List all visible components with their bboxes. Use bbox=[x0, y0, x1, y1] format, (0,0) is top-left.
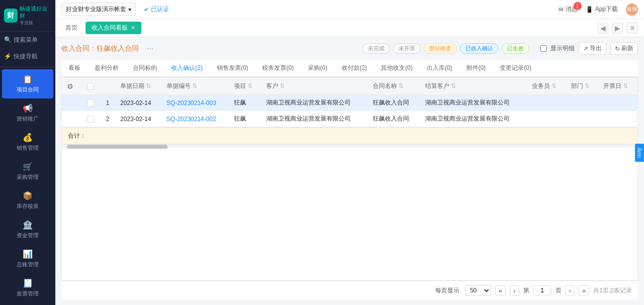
th-project[interactable]: 项目⇅ bbox=[229, 78, 261, 95]
tab-navigation: ◀ ▶ ✕ bbox=[598, 23, 638, 34]
sub-tab-收付款[interactable]: 收付款(2) bbox=[335, 60, 374, 77]
sidebar-quick-nav[interactable]: ⚡ 快捷导航 bbox=[0, 48, 55, 65]
th-department[interactable]: 部门⇅ bbox=[566, 78, 598, 95]
sidebar-item-sales[interactable]: 💰销售管理 bbox=[0, 128, 55, 157]
sidebar-item-capital[interactable]: 🏦资金管理 bbox=[0, 215, 55, 244]
tab-next-btn[interactable]: ▶ bbox=[612, 23, 623, 34]
row-order-no[interactable]: SQ-20230214-003 bbox=[162, 95, 229, 111]
status-tag-未开票[interactable]: 未开票 bbox=[393, 43, 421, 54]
sub-tab-盈利分析[interactable]: 盈利分析 bbox=[88, 60, 126, 77]
company-name: 好业财专业版演示帐套 bbox=[66, 5, 126, 14]
row-contract-name: 狂飙收入合同 bbox=[368, 111, 420, 127]
sidebar-item-purchase[interactable]: 🛒采购管理 bbox=[0, 157, 55, 186]
th-salesperson[interactable]: 业务员⇅ bbox=[527, 78, 566, 95]
row-project: 狂飙 bbox=[229, 95, 261, 111]
sub-tab-变更记录[interactable]: 变更记录(0) bbox=[493, 60, 538, 77]
sidebar-item-general[interactable]: 📊总账管理 bbox=[0, 244, 55, 273]
gear-icon[interactable]: ⚙ bbox=[67, 82, 73, 90]
sidebar-label-capital: 资金管理 bbox=[17, 232, 39, 239]
row-customer: 湖南卫视商业运营发展有限公司 bbox=[261, 95, 368, 111]
sidebar-item-marketing[interactable]: 📢营销推广 bbox=[0, 98, 55, 128]
table-total-row: 合计： bbox=[62, 127, 637, 144]
th-order-no[interactable]: 单据编号⇅ bbox=[162, 78, 229, 95]
page-last-btn[interactable]: » bbox=[579, 285, 589, 296]
horizontal-scrollbar-thumb[interactable] bbox=[67, 145, 168, 149]
sub-tab-采购[interactable]: 采购(0) bbox=[301, 60, 335, 77]
sub-tab-其他收支[interactable]: 其他收支(0) bbox=[374, 60, 420, 77]
page-word-prefix: 第 bbox=[523, 286, 529, 295]
logo-icon: 财 bbox=[4, 9, 18, 23]
data-table: ⚙ 单据日期⇅ 单据编号⇅ 项目⇅ 客户⇅ 合同名称⇅ 结算客户⇅ 业务员⇅ bbox=[62, 78, 637, 127]
th-date[interactable]: 单据日期⇅ bbox=[115, 78, 162, 95]
contract-title: 收入合同：狂飙收入合同 bbox=[61, 44, 139, 53]
tab-close-btn[interactable]: ✕ bbox=[627, 23, 638, 34]
show-detail-checkbox[interactable] bbox=[540, 45, 547, 52]
sub-tab-看板[interactable]: 看板 bbox=[61, 60, 88, 77]
tab-income-contract[interactable]: 收入合同看板 ✕ bbox=[86, 22, 141, 34]
sidebar-search-menu[interactable]: 🔍 搜索菜单 bbox=[0, 32, 55, 48]
sub-tabs: 看板盈利分析合同标的收入确认(2)销售发票(0)税务发票(0)采购(0)收付款(… bbox=[61, 60, 638, 77]
horizontal-scrollbar-track[interactable] bbox=[62, 144, 637, 148]
order-no-link[interactable]: SQ-20230214-002 bbox=[167, 116, 216, 123]
certified-badge: ✔ 已认证 bbox=[144, 5, 169, 14]
tabbar: 首页 收入合同看板 ✕ ◀ ▶ ✕ bbox=[55, 19, 644, 37]
row-check-cell[interactable] bbox=[82, 111, 100, 127]
right-edge-arm-icon[interactable]: Arm bbox=[635, 143, 644, 161]
sub-tab-税务发票[interactable]: 税务发票(0) bbox=[255, 60, 301, 77]
more-options-btn[interactable]: ··· bbox=[145, 44, 155, 53]
row-department bbox=[566, 111, 598, 127]
table-container[interactable]: ⚙ 单据日期⇅ 单据编号⇅ 项目⇅ 客户⇅ 合同名称⇅ 结算客户⇅ 业务员⇅ bbox=[61, 77, 638, 280]
status-tag-已收入确认[interactable]: 已收入确认 bbox=[460, 43, 499, 54]
th-settlement-customer[interactable]: 结算客户⇅ bbox=[420, 78, 527, 95]
page-next-btn[interactable]: › bbox=[566, 285, 575, 296]
tab-prev-btn[interactable]: ◀ bbox=[598, 23, 608, 34]
export-btn[interactable]: ↗ 导出 bbox=[579, 42, 606, 55]
th-check bbox=[82, 78, 100, 95]
sidebar-icon-invoice: 🧾 bbox=[23, 278, 33, 288]
sidebar-label-project: 项目合同 bbox=[17, 86, 39, 93]
row-checkbox[interactable] bbox=[87, 116, 94, 123]
sidebar-item-project[interactable]: 📋项目合同 bbox=[2, 69, 53, 98]
th-open-date[interactable]: 开票日⇅ bbox=[598, 78, 637, 95]
status-tag-部分收支[interactable]: 部分收支 bbox=[424, 43, 457, 54]
tab-label: 收入合同看板 bbox=[92, 24, 128, 32]
tab-close-icon[interactable]: ✕ bbox=[131, 25, 135, 31]
page-size-select[interactable]: 102050100 bbox=[465, 285, 491, 296]
logo-text: 畅捷通好业财 专业版 bbox=[20, 5, 51, 26]
sub-tab-附件[interactable]: 附件(0) bbox=[459, 60, 493, 77]
tab-home[interactable]: 首页 bbox=[61, 24, 82, 32]
row-checkbox[interactable] bbox=[87, 99, 94, 107]
row-check-cell[interactable] bbox=[82, 95, 100, 111]
show-detail-checkbox-label[interactable]: 显示明细 bbox=[540, 44, 575, 53]
sub-tab-收入确认[interactable]: 收入确认(2) bbox=[164, 60, 210, 77]
message-btn[interactable]: ✉ 1 消息 bbox=[558, 5, 578, 14]
page-number-input[interactable] bbox=[533, 285, 551, 295]
refresh-btn[interactable]: ↻ 刷新 bbox=[610, 42, 638, 55]
sidebar-icon-capital: 🏦 bbox=[23, 220, 33, 230]
th-contract-name[interactable]: 合同名称⇅ bbox=[368, 78, 420, 95]
status-tag-已生效[interactable]: 已生效 bbox=[502, 43, 529, 54]
row-order-no[interactable]: SQ-20230214-002 bbox=[162, 111, 229, 127]
sidebar-item-tax[interactable]: 📑税务管理 bbox=[0, 302, 55, 305]
table-row[interactable]: 2 2023-02-14 SQ-20230214-002 狂飙 湖南卫视商业运营… bbox=[62, 111, 637, 127]
status-tag-未完成[interactable]: 未完成 bbox=[362, 43, 390, 54]
page-prev-btn[interactable]: ‹ bbox=[510, 285, 519, 296]
page-word: 页 bbox=[555, 286, 561, 295]
sidebar-item-invoice[interactable]: 🧾发票管理 bbox=[0, 273, 55, 302]
order-no-link[interactable]: SQ-20230214-003 bbox=[167, 99, 216, 107]
sidebar-label-sales: 销售管理 bbox=[17, 144, 39, 152]
user-profile-btn[interactable]: 珠珠 bbox=[626, 4, 638, 16]
app-download-btn[interactable]: 📱 App下载 bbox=[586, 5, 618, 14]
sub-tab-合同标的[interactable]: 合同标的 bbox=[126, 60, 164, 77]
sub-tab-出入库[interactable]: 出入库(0) bbox=[420, 60, 459, 77]
th-customer[interactable]: 客户⇅ bbox=[261, 78, 368, 95]
sidebar-label-general: 总账管理 bbox=[17, 261, 39, 268]
sidebar-item-inventory[interactable]: 📦库存核算 bbox=[0, 186, 55, 215]
sub-tab-销售发票[interactable]: 销售发票(0) bbox=[210, 60, 256, 77]
row-settings-cell bbox=[62, 111, 82, 127]
page-first-btn[interactable]: « bbox=[495, 285, 506, 296]
page-total-info: 共1页,2条记录 bbox=[593, 286, 632, 295]
company-selector[interactable]: 好业财专业版演示帐套 ▾ bbox=[61, 3, 136, 16]
select-all-checkbox[interactable] bbox=[87, 83, 94, 90]
table-row[interactable]: 1 2023-02-14 SQ-20230214-003 狂飙 湖南卫视商业运营… bbox=[62, 95, 637, 111]
